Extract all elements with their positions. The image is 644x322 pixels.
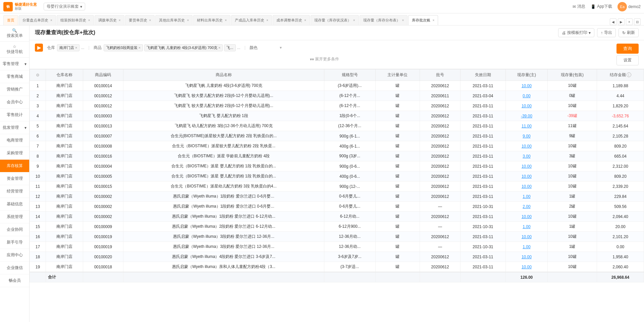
tab-1[interactable]: 分量盘点单历史 × xyxy=(19,15,56,25)
warehouse-more[interactable]: ... xyxy=(81,45,84,50)
sidebar-item-retail-stats[interactable]: 零售统计 xyxy=(0,109,29,121)
table-cell[interactable]: 10.00 xyxy=(505,101,547,111)
tab-3-close[interactable]: × xyxy=(119,18,121,22)
sidebar-item-retail-shop[interactable]: 零售商城 xyxy=(0,70,29,83)
table-cell[interactable]: 11.00 xyxy=(505,121,547,131)
tab-next[interactable]: ▶ xyxy=(618,18,625,25)
table-cell[interactable]: 3.00 xyxy=(505,151,547,161)
table-cell[interactable]: 10.00 xyxy=(505,141,547,151)
table-cell[interactable]: 2.00 xyxy=(505,202,547,212)
tab-7-close[interactable]: × xyxy=(266,18,268,22)
table-cell: 11罐 xyxy=(548,121,597,131)
tab-menu[interactable]: ⊟ xyxy=(634,18,641,25)
product-tag-3[interactable]: 飞... xyxy=(224,44,235,51)
col-settings[interactable]: ⚙ xyxy=(30,69,46,81)
product-tag-2[interactable]: 飞鹤星飞帆 儿童奶粉 4段(3-6岁适用) 700克 × xyxy=(144,44,223,51)
table-cell[interactable]: 10.00 xyxy=(505,262,547,272)
sidebar-item-enterprise[interactable]: 企业协同 xyxy=(0,223,29,236)
message-btn[interactable]: ✉ 消息 xyxy=(573,4,585,9)
sidebar-item-apps[interactable]: 应用中心 xyxy=(0,249,29,262)
tab-2[interactable]: 组装拆卸单历史 × xyxy=(57,15,94,25)
tab-8-close[interactable]: × xyxy=(304,18,306,22)
tab-8[interactable]: 成本调整单历史 × xyxy=(273,15,310,25)
table-cell[interactable]: 10.00 xyxy=(505,161,547,171)
tab-10-close[interactable]: × xyxy=(402,18,404,22)
tab-9[interactable]: 现存量（库存状况表） × xyxy=(311,15,359,25)
sidebar-item-retail-mgmt[interactable]: 零售管理 ▾ xyxy=(0,58,29,70)
tab-10[interactable]: 现存量（库存分布表） × xyxy=(360,15,408,25)
sidebar-item-wechat[interactable]: 企业微信 xyxy=(0,262,29,274)
industry-selector[interactable]: 母婴行业演示账套 ▾ xyxy=(44,3,85,10)
tab-7[interactable]: 产成品入库单历史 × xyxy=(231,15,272,25)
product-tag-1[interactable]: 飞鹤奶粉3段两提装 × xyxy=(104,44,143,51)
sidebar-item-system[interactable]: 系统管理 xyxy=(0,211,29,223)
sidebar-item-marketing[interactable]: 营销推广 xyxy=(0,83,29,96)
print-button[interactable]: 🖨 按模板打印 ▾ xyxy=(558,28,594,37)
warehouse-tag-1[interactable]: 南岸门店 × xyxy=(57,44,79,51)
table-cell: (3-6岁适用)... xyxy=(324,81,375,91)
query-button[interactable]: 查询 xyxy=(616,44,639,54)
tab-1-close[interactable]: × xyxy=(50,18,52,22)
tab-4[interactable]: 要货单历史 × xyxy=(125,15,155,25)
sidebar-item-operation[interactable]: 经营管理 xyxy=(0,185,29,198)
table-cell[interactable]: 10.00 xyxy=(505,232,547,242)
table-cell: 00100019 xyxy=(83,242,123,252)
table-cell: 飞鹤星飞 较大婴儿配方奶粉 2段(6-12个月婴幼儿适用)... xyxy=(123,91,324,101)
sidebar-item-purchase[interactable]: 采购管理 xyxy=(0,147,29,160)
user-area[interactable]: Ea demo2 xyxy=(618,2,641,11)
tab-3[interactable]: 调拨单历史 × xyxy=(95,15,124,25)
table-cell: 罐 xyxy=(375,181,420,192)
sidebar-item-wholesale[interactable]: 批发管理 ▾ xyxy=(0,121,29,134)
warehouse-tags: 南岸门店 × ... xyxy=(57,44,84,51)
sidebar-item-basic[interactable]: 基础信息 xyxy=(0,198,29,211)
table-cell[interactable]: 10.00 xyxy=(505,252,547,262)
table-cell[interactable]: 10.00 xyxy=(505,212,547,222)
sidebar-item-vip[interactable]: 畅会员 xyxy=(0,274,29,287)
tab-6[interactable]: 材料出库单历史 × xyxy=(193,15,230,25)
table-cell[interactable]: 9.00 xyxy=(505,131,547,141)
sidebar-item-member[interactable]: 会员中心 xyxy=(0,96,29,109)
tab-6-close[interactable]: × xyxy=(225,18,227,22)
amount-info-icon[interactable]: i xyxy=(627,72,631,77)
sidebar-item-finance[interactable]: 资金管理 xyxy=(0,172,29,185)
sidebar-item-inventory[interactable]: 库存核算 xyxy=(0,160,29,172)
table-cell[interactable]: 10.00 xyxy=(505,181,547,192)
tab-2-close[interactable]: × xyxy=(88,18,90,22)
tab-prev[interactable]: ◀ xyxy=(610,18,616,25)
tab-4-close[interactable]: × xyxy=(149,18,151,22)
warehouse-tag-1-close[interactable]: × xyxy=(75,46,77,50)
expand-more-btn[interactable]: ▾▾ 展开更多条件 xyxy=(310,54,339,62)
product-tag-2-close[interactable]: × xyxy=(218,46,220,50)
table-cell[interactable]: -39.00 xyxy=(505,111,547,121)
table-cell[interactable]: 1.00 xyxy=(505,242,547,252)
product-tag-1-close[interactable]: × xyxy=(139,46,141,50)
color-dropdown-arrow[interactable]: ▾ xyxy=(280,45,282,50)
refresh-button[interactable]: ↻ 刷新 xyxy=(619,28,639,37)
sidebar-item-guide[interactable]: 新手引导 xyxy=(0,236,29,249)
app-download-btn[interactable]: 📱 App下载 xyxy=(591,4,612,9)
export-button[interactable]: ↑ 导出 xyxy=(597,28,616,37)
tab-5-close[interactable]: × xyxy=(187,18,189,22)
table-cell: — xyxy=(420,222,461,232)
tab-home[interactable]: 首页 xyxy=(3,15,18,25)
sidebar-item-ecommerce[interactable]: 电商管理 xyxy=(0,134,29,147)
filter-area: ▶ 仓库 南岸门店 × ... | xyxy=(30,40,644,69)
table-cell: 900g (6-1... xyxy=(324,131,375,141)
tab-close-all[interactable]: × xyxy=(626,18,633,25)
table-cell[interactable]: 1.00 xyxy=(505,192,547,202)
tab-11-close[interactable]: × xyxy=(432,18,434,22)
filter-expand-btn[interactable]: ▶ xyxy=(35,44,43,52)
sidebar-search[interactable]: 🔍 搜索英单 xyxy=(0,25,29,42)
sidebar-quick-nav[interactable]: ☆ 快捷导航 xyxy=(0,42,29,58)
table-row: 3南岸门店00100012飞鹤星飞 较大婴儿配方奶粉 2段(6-12个月婴幼儿适… xyxy=(30,101,644,111)
tab-5[interactable]: 其他出库单历史 × xyxy=(155,15,193,25)
table-cell: 8 xyxy=(30,151,46,161)
table-cell[interactable]: 1.00 xyxy=(505,222,547,232)
tab-9-close[interactable]: × xyxy=(353,18,355,22)
table-cell[interactable]: 0.00 xyxy=(505,91,547,101)
table-cell[interactable]: 10.00 xyxy=(505,171,547,181)
settings-button[interactable]: 设置 xyxy=(616,55,639,65)
tab-11[interactable]: 库存批次账 × xyxy=(408,15,438,25)
table-cell[interactable]: 10.00 xyxy=(505,81,547,91)
product-more[interactable]: ... xyxy=(237,45,240,50)
